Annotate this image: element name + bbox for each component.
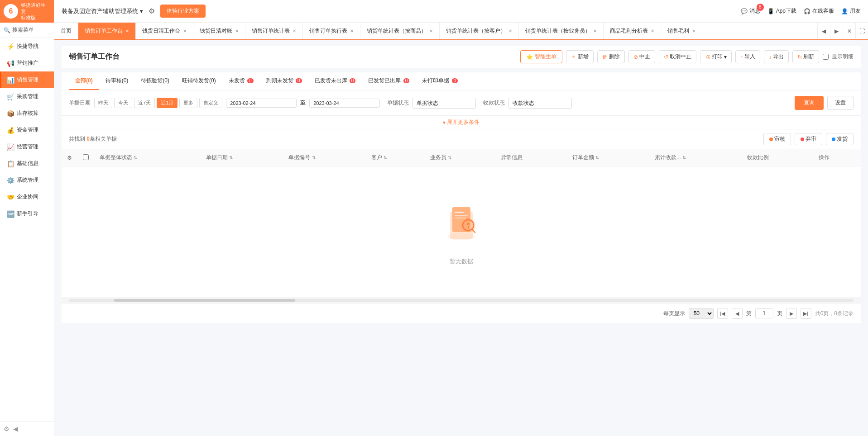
prev-page-btn[interactable]: ◀: [732, 308, 743, 319]
sidebar-item-enterprise[interactable]: 🤝 企业协同: [0, 189, 54, 205]
tab-daily-clear-workbench[interactable]: 钱货日清工作台 ✕: [136, 23, 193, 39]
collapse-icon[interactable]: ◀: [13, 425, 18, 432]
cancel-stop-btn[interactable]: ↺ 取消中止: [659, 50, 696, 63]
date-btn-7days[interactable]: 近7天: [134, 98, 155, 108]
sidebar-item-quick-nav[interactable]: ⚡ 快捷导航: [0, 38, 54, 55]
expand-btn[interactable]: ▾ 展开更多条件: [443, 118, 480, 126]
date-to-input[interactable]: [309, 99, 380, 108]
date-btn-1month[interactable]: 近1月: [157, 98, 177, 108]
tab-sales-margin[interactable]: 销售毛利 ✕: [661, 23, 702, 39]
stop-btn[interactable]: ⊘ 中止: [628, 50, 655, 63]
page-number-input[interactable]: [755, 308, 773, 318]
select-all-checkbox[interactable]: [83, 154, 89, 160]
sidebar-search[interactable]: 🔍 搜索菜单: [0, 23, 54, 38]
ship-btn[interactable]: 发货: [826, 133, 854, 145]
filter-tab-all[interactable]: 全部(0): [69, 72, 99, 90]
sort-icon[interactable]: ⇅: [134, 155, 137, 160]
filter-tab-not-printed[interactable]: 未打印单据 0: [416, 72, 464, 90]
sidebar-item-basic[interactable]: 📋 基础信息: [0, 155, 54, 172]
sort-icon[interactable]: ⇅: [595, 155, 599, 160]
query-btn[interactable]: 查询: [795, 96, 824, 110]
sort-icon[interactable]: ⇅: [384, 155, 387, 160]
filter-tab-wangpu-ship[interactable]: 旺铺待发货(0): [176, 72, 222, 90]
page-size-select[interactable]: 50 100: [689, 308, 714, 319]
tab-close-icon[interactable]: ✕: [593, 28, 597, 33]
sidebar-item-operation[interactable]: 📈 经营管理: [0, 138, 54, 155]
tab-sales-exec[interactable]: 销售订单执行表 ✕: [303, 23, 360, 39]
col-checkbox[interactable]: [77, 149, 94, 166]
tab-close-icon[interactable]: ✕: [692, 28, 695, 33]
filter-tab-pending-review[interactable]: 待审核(0): [99, 72, 135, 90]
scrollbar-thumb[interactable]: [114, 299, 295, 302]
next-page-btn[interactable]: ▶: [786, 308, 797, 319]
tab-close-icon[interactable]: ✕: [350, 28, 354, 33]
date-btn-custom[interactable]: 自定义: [199, 98, 222, 108]
tab-daily-reconcile[interactable]: 钱货日清对账 ✕: [193, 23, 245, 39]
message-btn[interactable]: 💬 消息 6: [741, 7, 760, 15]
tab-sales-by-salesperson[interactable]: 销货单统计表（按业务员） ✕: [519, 23, 604, 39]
tab-margin-analysis[interactable]: 商品毛利分析表 ✕: [604, 23, 661, 39]
show-detail-checkbox[interactable]: [823, 54, 829, 60]
filter-tab-expired-not-shipped[interactable]: 到期未发货 0: [260, 72, 308, 90]
date-btn-more[interactable]: 更多: [179, 98, 197, 108]
settings-bottom-icon[interactable]: ⚙: [4, 425, 10, 432]
add-btn[interactable]: ＋ 新增: [566, 50, 594, 63]
tab-sales-by-product[interactable]: 销货单统计表（按商品） ✕: [360, 23, 440, 39]
horizontal-scrollbar[interactable]: [62, 298, 861, 303]
sidebar-item-system[interactable]: ⚙️ 系统管理: [0, 172, 54, 189]
refresh-btn[interactable]: ↻ 刷新: [792, 50, 819, 63]
date-from-input[interactable]: [226, 99, 297, 108]
print-btn[interactable]: 🖨 打印 ▾: [700, 50, 732, 63]
date-btn-yesterday[interactable]: 昨天: [94, 98, 112, 108]
scrollbar-track[interactable]: [69, 299, 854, 302]
user-menu[interactable]: 👤 用友: [841, 7, 861, 15]
sidebar-item-sales[interactable]: 📊 销售管理: [0, 71, 54, 88]
online-service-btn[interactable]: 🎧 在线客服: [804, 7, 834, 15]
tab-prev-btn[interactable]: ◀: [817, 23, 830, 39]
show-detail-toggle[interactable]: 显示明细: [823, 53, 854, 61]
sidebar-item-inventory[interactable]: 📦 库存核算: [0, 105, 54, 122]
last-page-btn[interactable]: ▶|: [801, 308, 811, 319]
app-download-btn[interactable]: 📱 App下载: [767, 7, 796, 15]
sidebar-item-newbie[interactable]: 🆕 新手引导: [0, 205, 54, 222]
payment-select[interactable]: 收款状态: [508, 98, 572, 109]
tab-sales-stats[interactable]: 销售订单统计表 ✕: [245, 23, 303, 39]
filter-tab-shipped-not-out[interactable]: 已发货未出库 0: [308, 72, 362, 90]
sort-icon[interactable]: ⇅: [229, 155, 233, 160]
sort-icon[interactable]: ⇅: [682, 155, 686, 160]
tab-home[interactable]: 首页: [54, 23, 78, 39]
col-settings[interactable]: ⚙: [62, 149, 77, 166]
audit-btn[interactable]: 审核: [763, 133, 791, 145]
sort-icon[interactable]: ⇅: [448, 155, 451, 160]
system-title-dropdown[interactable]: 装备及固定资产辅助管理系统 ▾: [62, 7, 143, 15]
delete-btn[interactable]: 🗑 删除: [597, 50, 625, 63]
smart-order-btn[interactable]: ⭐ 智能生单: [520, 50, 562, 63]
tab-close-all-btn[interactable]: ✕: [843, 23, 855, 39]
tab-close-icon[interactable]: ✕: [183, 28, 187, 33]
export-btn[interactable]: ↓ 导出: [764, 50, 789, 63]
tab-close-icon[interactable]: ✕: [429, 28, 433, 33]
sidebar-item-marketing[interactable]: 📢 营销推广: [0, 55, 54, 71]
date-btn-today[interactable]: 今天: [114, 98, 132, 108]
tab-next-btn[interactable]: ▶: [830, 23, 843, 39]
filter-tab-shipped-out[interactable]: 已发货已出库 0: [362, 72, 416, 90]
sidebar-item-purchase[interactable]: 🛒 采购管理: [0, 88, 54, 105]
topbar-settings-icon[interactable]: ⚙: [149, 7, 155, 15]
tab-close-icon[interactable]: ✕: [508, 28, 512, 33]
sort-icon[interactable]: ⇅: [312, 155, 316, 160]
cancel-audit-btn[interactable]: 弃审: [795, 133, 822, 145]
filter-tab-pending-pick[interactable]: 待拣验货(0): [134, 72, 176, 90]
tab-close-icon[interactable]: ✕: [125, 28, 129, 33]
industry-btn[interactable]: 体验行业方案: [160, 5, 206, 18]
tab-close-icon[interactable]: ✕: [651, 28, 654, 33]
import-btn[interactable]: ↑ 导入: [735, 50, 760, 63]
settings-btn[interactable]: 设置: [827, 96, 854, 110]
tab-sales-by-customer[interactable]: 销货单统计表（按客户） ✕: [440, 23, 519, 39]
tab-close-icon[interactable]: ✕: [235, 28, 239, 33]
tab-close-icon[interactable]: ✕: [293, 28, 296, 33]
sidebar-item-finance[interactable]: 💰 资金管理: [0, 122, 54, 138]
status-select[interactable]: 单据状态: [412, 98, 476, 109]
first-page-btn[interactable]: |◀: [717, 308, 728, 319]
tab-sales-order-workbench[interactable]: 销售订单工作台 ✕: [78, 23, 136, 39]
filter-tab-not-shipped[interactable]: 未发货 0: [222, 72, 260, 90]
